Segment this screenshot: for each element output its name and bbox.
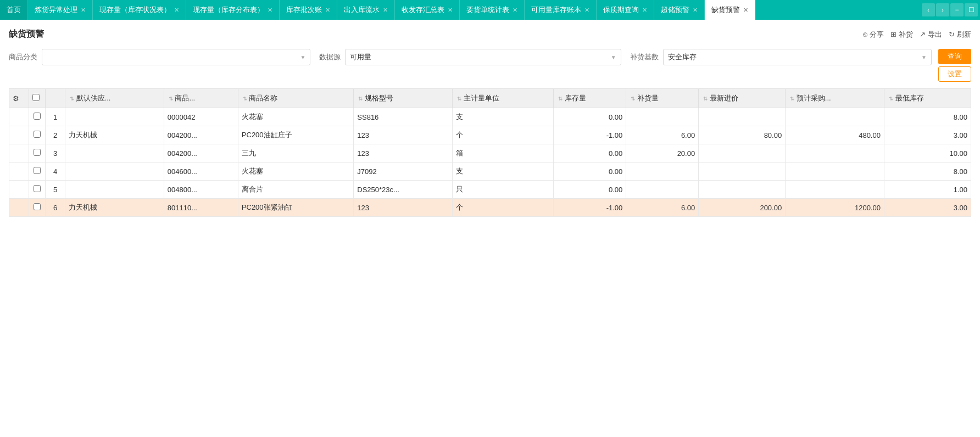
filter-actions: 查询 设置: [938, 49, 971, 82]
sort-spec-icon[interactable]: ⇅: [358, 96, 363, 102]
refresh-action[interactable]: ↻ 刷新: [949, 30, 971, 40]
row-gear-cell: [9, 181, 29, 199]
category-select[interactable]: ▼: [42, 49, 310, 65]
row-checkbox-3[interactable]: [34, 167, 41, 174]
row-checkbox-cell: [29, 181, 46, 199]
sort-replenish-icon[interactable]: ⇅: [631, 96, 635, 102]
replenish-action[interactable]: ⊞ 补货: [890, 30, 913, 40]
row-unit-cell: 支: [453, 108, 554, 126]
query-button[interactable]: 查询: [938, 49, 971, 64]
row-replenish-qty-cell: [626, 108, 699, 126]
tab-in-out-flow[interactable]: 出入库流水 ✕: [337, 0, 395, 20]
datasource-label: 数据源: [319, 52, 341, 62]
row-latest-price-cell: [699, 144, 786, 163]
sort-estimated-icon[interactable]: ⇅: [790, 96, 794, 102]
tab-overstock[interactable]: 超储预警 ✕: [654, 0, 705, 20]
row-unit-cell: 个: [453, 199, 554, 217]
tab-close-shortage[interactable]: ✕: [743, 7, 748, 14]
sort-name-icon[interactable]: ⇅: [243, 96, 247, 102]
datasource-select[interactable]: 可用量 ▼: [345, 49, 621, 65]
header-actions: ⎋ 分享 ⊞ 补货 ↗ 导出 ↻ 刷新: [863, 30, 971, 40]
row-min-stock-cell: 10.00: [884, 144, 971, 163]
row-checkbox-5[interactable]: [34, 203, 41, 210]
table-row: 4 004600... 火花塞 J7092 支 0.00 8.00: [9, 163, 971, 181]
row-spec-cell: J7092: [354, 163, 453, 181]
share-action[interactable]: ⎋ 分享: [863, 30, 884, 40]
row-unit-cell: 个: [453, 126, 554, 144]
row-checkbox-4[interactable]: [34, 185, 41, 192]
tab-close-order-stats[interactable]: ✕: [513, 7, 517, 14]
tab-close-available-ledger[interactable]: ✕: [584, 7, 589, 14]
row-estimated-purchase-cell: 480.00: [786, 126, 884, 144]
tab-close-batch-account[interactable]: ✕: [325, 7, 330, 14]
col-header-product-name: ⇅ 商品名称: [238, 89, 353, 108]
sort-stock-icon[interactable]: ⇅: [558, 96, 563, 102]
tab-expiry-query[interactable]: 保质期查询 ✕: [597, 0, 654, 20]
tab-prev-button[interactable]: ‹: [922, 3, 935, 16]
row-supplier-cell: 力天机械: [65, 199, 164, 217]
row-checkbox-1[interactable]: [34, 131, 41, 138]
sort-supplier-icon[interactable]: ⇅: [70, 96, 74, 102]
row-spec-cell: DS250*23c...: [354, 181, 453, 199]
row-replenish-qty-cell: 6.00: [626, 199, 699, 217]
row-product-code-cell: 0000042: [164, 108, 238, 126]
restock-base-select[interactable]: 安全库存 ▼: [663, 49, 932, 65]
tab-minimize-button[interactable]: −: [950, 3, 964, 16]
tab-inventory-dist[interactable]: 现存量（库存分布表） ✕: [186, 0, 280, 20]
tab-next-button[interactable]: ›: [936, 3, 949, 16]
row-product-code-cell: 004800...: [164, 181, 238, 199]
row-min-stock-cell: 3.00: [884, 199, 971, 217]
row-gear-cell: [9, 144, 29, 163]
row-checkbox-0[interactable]: [34, 113, 41, 120]
sort-price-icon[interactable]: ⇅: [703, 96, 708, 102]
replenish-icon: ⊞: [890, 30, 897, 38]
tab-abnormal[interactable]: 炼货异常处理 ✕: [28, 0, 93, 20]
row-latest-price-cell: [699, 108, 786, 126]
row-replenish-qty-cell: 6.00: [626, 126, 699, 144]
tab-close-inventory-status[interactable]: ✕: [174, 7, 179, 14]
tab-order-stats[interactable]: 要货单统计表 ✕: [460, 0, 525, 20]
row-checkbox-cell: [29, 126, 46, 144]
tab-home[interactable]: 首页: [0, 0, 28, 20]
page-title: 缺货预警: [9, 29, 44, 40]
refresh-icon: ↻: [949, 30, 955, 38]
sort-min-stock-icon[interactable]: ⇅: [889, 96, 893, 102]
category-label: 商品分类: [9, 52, 37, 62]
row-latest-price-cell: [699, 181, 786, 199]
row-min-stock-cell: 3.00: [884, 126, 971, 144]
tab-close-expiry-query[interactable]: ✕: [642, 7, 647, 14]
row-min-stock-cell: 1.00: [884, 181, 971, 199]
tab-close-inventory-dist[interactable]: ✕: [268, 7, 272, 14]
tab-close-in-out-flow[interactable]: ✕: [383, 7, 388, 14]
table-row: 1 0000042 火花塞 SS816 支 0.00 8.00: [9, 108, 971, 126]
row-gear-cell: [9, 199, 29, 217]
select-all-checkbox[interactable]: [32, 94, 40, 101]
col-header-settings: ⚙: [9, 89, 29, 108]
tab-receive-summary[interactable]: 收发存汇总表 ✕: [395, 0, 460, 20]
col-header-min-stock: ⇅ 最低库存: [884, 89, 971, 108]
col-header-product-code: ⇅ 商品...: [164, 89, 238, 108]
main-content: 缺货预警 ⎋ 分享 ⊞ 补货 ↗ 导出 ↻ 刷新 商品分类: [0, 20, 980, 437]
tab-maximize-button[interactable]: ☐: [965, 3, 978, 16]
datasource-filter: 数据源 可用量 ▼: [319, 49, 621, 65]
tab-batch-account[interactable]: 库存批次账 ✕: [280, 0, 337, 20]
tab-close-receive-summary[interactable]: ✕: [448, 7, 453, 14]
row-estimated-purchase-cell: 1200.00: [786, 199, 884, 217]
tab-close-overstock[interactable]: ✕: [693, 7, 698, 14]
sort-code-icon[interactable]: ⇅: [169, 96, 173, 102]
sort-unit-icon[interactable]: ⇅: [457, 96, 461, 102]
row-stock-cell: 0.00: [554, 163, 626, 181]
export-action[interactable]: ↗ 导出: [920, 30, 942, 40]
col-header-checkbox: [29, 89, 46, 108]
tab-inventory-status[interactable]: 现存量（库存状况表） ✕: [93, 0, 186, 20]
table-row: 5 004800... 离合片 DS250*23c... 只 0.00 1.00: [9, 181, 971, 199]
settings-button[interactable]: 设置: [938, 66, 971, 82]
row-spec-cell: SS816: [354, 108, 453, 126]
tab-available-ledger[interactable]: 可用量库存账本 ✕: [525, 0, 597, 20]
row-product-name-cell: 火花塞: [238, 163, 353, 181]
tab-shortage[interactable]: 缺货预警 ✕: [705, 0, 755, 20]
gear-settings-icon[interactable]: ⚙: [13, 94, 19, 103]
row-latest-price-cell: [699, 163, 786, 181]
tab-close-abnormal[interactable]: ✕: [81, 7, 86, 14]
row-checkbox-2[interactable]: [34, 149, 41, 156]
